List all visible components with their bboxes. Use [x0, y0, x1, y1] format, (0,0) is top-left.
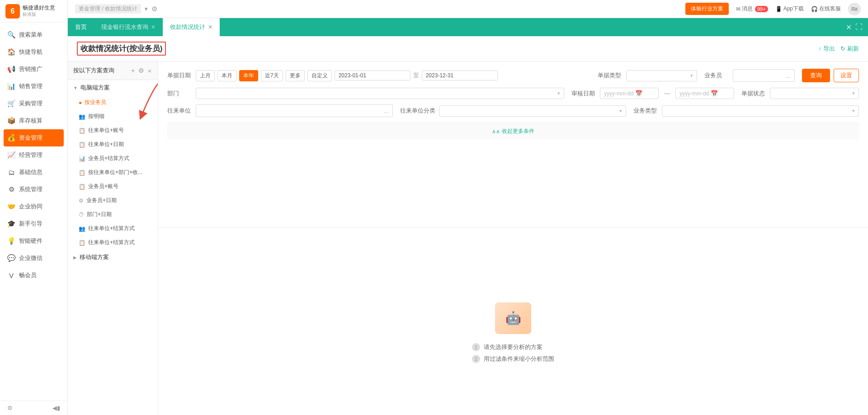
- sidebar-collapse-icon[interactable]: ◀▮: [52, 405, 60, 411]
- dept-select[interactable]: ▾: [196, 88, 564, 99]
- date-from-input[interactable]: [335, 71, 410, 80]
- doctype-label: 单据类型: [598, 71, 623, 80]
- date-btn-more[interactable]: 更多: [286, 70, 305, 81]
- window-maximize-icon[interactable]: ⛶: [855, 23, 863, 31]
- gear-settings-icon[interactable]: ⚙: [151, 5, 157, 13]
- unit-date-icon: 📋: [79, 141, 85, 148]
- sidebar-item-system[interactable]: ⚙ 系统管理: [0, 181, 67, 198]
- review-date-label: 审核日期: [571, 90, 596, 98]
- empty-illustration: 🤖: [486, 280, 540, 334]
- sidebar-item-basicinfo[interactable]: 🗂 基础信息: [0, 164, 67, 181]
- doctype-select[interactable]: ▾: [626, 70, 697, 81]
- tab-window-controls: ✕ ⛶: [846, 23, 868, 32]
- sidebar-item-marketing[interactable]: 📢 营销推广: [0, 61, 67, 78]
- top-bar-right: 体验行业方案 ✉ 消息 99+ 📱 App下载 🎧 在线客服 Rit: [685, 3, 861, 15]
- sidebar-item-guide[interactable]: 🎓 新手引导: [0, 215, 67, 232]
- sidebar-item-hardware[interactable]: 💡 智能硬件: [0, 232, 67, 250]
- scheme-group-desktop: ▼ 电脑端方案 ● 按业务员 👥 按明细 📋 往来单位+账号 📋 往来: [68, 80, 158, 250]
- sidebar-item-weixin[interactable]: 💬 企业微信: [0, 250, 67, 267]
- app-download-area[interactable]: 📱 App下载: [775, 5, 804, 13]
- date-btn-thismonth[interactable]: 本月: [217, 70, 236, 81]
- tab-close-cashflow[interactable]: ✕: [151, 24, 156, 30]
- counterpart-dots[interactable]: ...: [384, 107, 389, 114]
- tab-home[interactable]: 首页: [68, 18, 94, 36]
- dropdown-icon[interactable]: ▾: [145, 5, 148, 12]
- date-btn-custom[interactable]: 自定义: [307, 70, 332, 81]
- logo-icon: 6: [5, 4, 20, 19]
- collapse-bar[interactable]: ∧∧ 收起更多条件: [167, 123, 859, 140]
- window-close-icon[interactable]: ✕: [846, 23, 852, 32]
- logo-text: 畅捷通好生意: [23, 5, 55, 12]
- filter-biz-type: 业务类型 ▾: [633, 105, 859, 117]
- chevron-down-icon: ▼: [73, 85, 78, 90]
- refresh-button[interactable]: ↻ 刷新: [840, 45, 859, 53]
- scheme-item-salesman-account[interactable]: 📋 业务员+账号: [68, 179, 158, 193]
- date-row: 上月 本月 本年 近7天 更多 自定义 至: [196, 70, 498, 81]
- filter-settings-button[interactable]: 设置: [834, 69, 859, 82]
- scheme-add-button[interactable]: +: [130, 66, 136, 75]
- sidebar-item-purchase[interactable]: 🛒 采购管理: [0, 95, 67, 112]
- scheme-item-dept-date[interactable]: ⏱ 部门+日期: [68, 208, 158, 222]
- user-avatar[interactable]: Rit: [848, 3, 861, 15]
- scheme-item-salesman-settlement[interactable]: 📊 业务员+结算方式: [68, 151, 158, 165]
- export-icon: ↑: [819, 45, 822, 52]
- date-label: 单据日期: [167, 71, 192, 80]
- scheme-collapse-button[interactable]: «: [147, 66, 152, 75]
- calendar-to-icon[interactable]: 📅: [711, 90, 718, 97]
- salesman-dots[interactable]: ...: [785, 72, 791, 79]
- date-btn-lastmonth[interactable]: 上月: [196, 70, 215, 81]
- message-area[interactable]: ✉ 消息 99+: [736, 5, 768, 13]
- tab-receipts[interactable]: 收款情况统计 ✕: [163, 18, 220, 36]
- review-date-to[interactable]: yyyy-mm-dd 📅: [675, 88, 734, 99]
- empty-face: 🤖: [505, 311, 521, 325]
- filter-doc-status: 单据状态 ▾: [741, 88, 859, 99]
- dept-chevron: ▾: [557, 90, 560, 96]
- sidebar-item-finance[interactable]: 💰 资金管理: [4, 129, 64, 146]
- chevron-right-icon: ▶: [73, 255, 77, 260]
- export-button[interactable]: ↑ 导出: [819, 45, 835, 53]
- scheme-group-desktop-header[interactable]: ▼ 电脑端方案: [68, 80, 158, 95]
- sidebar-item-sales[interactable]: 📊 销售管理: [0, 78, 67, 95]
- scheme-item-unit-date[interactable]: 📋 往来单位+日期: [68, 137, 158, 151]
- sidebar-item-member[interactable]: V 畅会员: [0, 267, 67, 284]
- salesman-select[interactable]: ...: [733, 69, 795, 82]
- scheme-item-unit-dept-collect[interactable]: 📋 按往来单位+部门+收...: [68, 165, 158, 179]
- scheme-panel: 按以下方案查询 + ⚙ «: [68, 61, 158, 415]
- counterpart-select[interactable]: ...: [196, 104, 393, 117]
- calendar-from-icon[interactable]: 📅: [635, 90, 642, 97]
- tab-close-receipts[interactable]: ✕: [208, 24, 212, 30]
- sidebar-item-collab[interactable]: 🤝 企业协同: [0, 198, 67, 215]
- page-actions: ↑ 导出 ↻ 刷新: [819, 45, 859, 53]
- counterpart-category-select[interactable]: ▾: [439, 105, 626, 117]
- date-to-input[interactable]: [422, 71, 498, 80]
- scheme-item-salesman-date[interactable]: ⚙ 业务员+日期: [68, 193, 158, 208]
- scheme-item-unit-settlement1[interactable]: 👥 往来单位+结算方式: [68, 222, 158, 236]
- salesman-settlement-icon: 📊: [79, 156, 85, 162]
- query-button[interactable]: 查询: [802, 69, 830, 82]
- sidebar-item-management[interactable]: 📈 经营管理: [0, 146, 67, 164]
- tab-cashflow[interactable]: 现金银行流水查询 ✕: [94, 18, 163, 36]
- sidebar-settings-icon[interactable]: ⚙: [7, 405, 13, 411]
- sidebar-item-quicknav[interactable]: 🏠 快捷导航: [0, 43, 67, 61]
- scheme-item-by-salesman[interactable]: ● 按业务员: [68, 95, 158, 109]
- online-service-area[interactable]: 🎧 在线客服: [811, 5, 841, 13]
- sidebar: 6 畅捷通好生意 标准版 🔍 搜索菜单 🏠 快捷导航 📢 营销推广 📊 销售管理…: [0, 0, 68, 415]
- review-date-from[interactable]: yyyy-mm-dd 📅: [600, 88, 659, 99]
- doc-status-select[interactable]: ▾: [770, 88, 859, 99]
- scheme-settings-button[interactable]: ⚙: [137, 66, 145, 75]
- breadcrumb: 资金管理 / 收款情况统计: [75, 4, 141, 14]
- date-btn-thisyear[interactable]: 本年: [239, 70, 258, 81]
- sidebar-nav: 🔍 搜索菜单 🏠 快捷导航 📢 营销推广 📊 销售管理 🛒 采购管理 📦 库存核…: [0, 23, 67, 401]
- date-btn-7days[interactable]: 近7天: [261, 70, 283, 81]
- scheme-item-unit-settlement2[interactable]: 📋 往来单位+结算方式: [68, 236, 158, 250]
- trial-button[interactable]: 体验行业方案: [685, 3, 729, 15]
- biz-type-select[interactable]: ▾: [662, 105, 859, 117]
- salesman-icon: ●: [79, 99, 82, 106]
- scheme-item-unit-account[interactable]: 📋 往来单位+账号: [68, 123, 158, 137]
- scheme-group-mobile-header[interactable]: ▶ 移动端方案: [68, 250, 158, 265]
- sidebar-item-inventory[interactable]: 📦 库存核算: [0, 112, 67, 129]
- detail-icon: 👥: [79, 113, 85, 120]
- purchase-icon: 🛒: [7, 99, 15, 108]
- scheme-item-detail[interactable]: 👥 按明细: [68, 109, 158, 123]
- sidebar-item-search[interactable]: 🔍 搜索菜单: [0, 26, 67, 43]
